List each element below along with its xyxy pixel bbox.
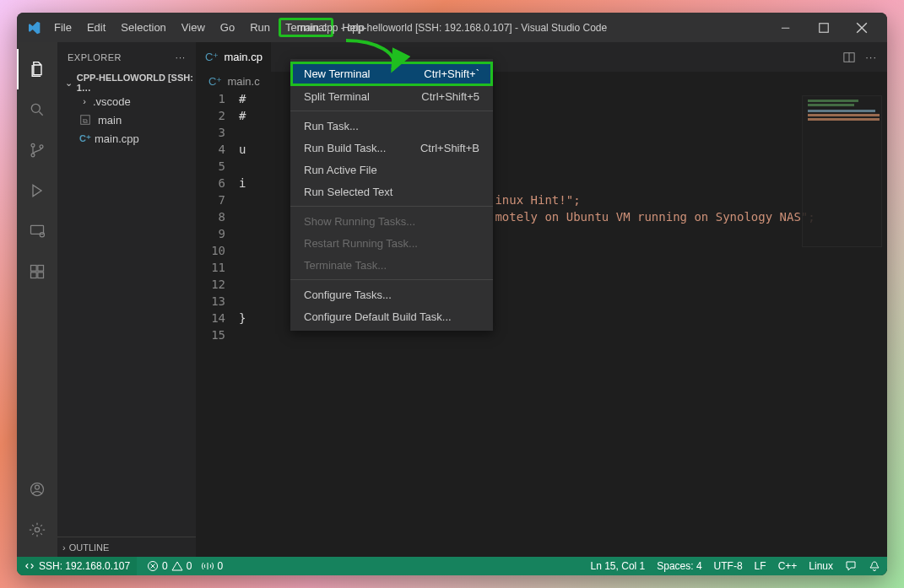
svg-point-12 <box>35 485 40 489</box>
error-icon <box>147 560 159 572</box>
remote-icon <box>24 560 35 572</box>
chevron-right-icon: › <box>79 96 89 106</box>
menu-run[interactable]: Run <box>243 18 277 37</box>
menu-item-terminate-task: Terminate Task... <box>290 254 493 276</box>
activity-search[interactable] <box>17 89 57 130</box>
tab-label: main.cp <box>224 51 263 63</box>
outline-section[interactable]: › OUTLINE <box>57 537 196 557</box>
menu-item-run-active-file[interactable]: Run Active File <box>290 159 493 181</box>
remote-label: SSH: 192.168.0.107 <box>39 560 130 572</box>
split-editor-icon[interactable] <box>843 51 855 63</box>
tree-root[interactable]: ⌄ CPP-HELLOWORLD [SSH: 1… <box>57 73 196 92</box>
svg-rect-9 <box>38 272 44 278</box>
feedback-icon[interactable] <box>845 560 857 572</box>
menu-file[interactable]: File <box>47 18 78 37</box>
chevron-down-icon: ⌄ <box>64 78 73 89</box>
menu-separator <box>290 111 493 111</box>
terminal-dropdown-menu: New TerminalCtrl+Shift+`Split TerminalCt… <box>290 59 493 331</box>
activity-extensions[interactable] <box>17 251 57 292</box>
minimize-button[interactable]: ─ <box>766 13 804 42</box>
activity-settings[interactable] <box>17 510 57 550</box>
tree-folder-vscode[interactable]: › .vscode <box>57 92 196 111</box>
activity-explorer[interactable] <box>17 49 57 89</box>
menu-item-show-running-tasks: Show Running Tasks... <box>290 210 493 232</box>
indentation[interactable]: Spaces: 4 <box>657 560 701 572</box>
menu-item-run-selected-text[interactable]: Run Selected Text <box>290 181 493 202</box>
menu-item-restart-running-task: Restart Running Task... <box>290 232 493 254</box>
menu-separator <box>290 206 493 207</box>
explorer-tree: ⌄ CPP-HELLOWORLD [SSH: 1… › .vscode ⧉ ma… <box>57 72 196 537</box>
git-branch-icon <box>29 142 46 159</box>
menu-item-label: Configure Default Build Task... <box>304 310 452 323</box>
files-icon <box>29 61 46 78</box>
menu-item-run-task[interactable]: Run Task... <box>290 115 493 137</box>
remote-indicator[interactable]: SSH: 192.168.0.107 <box>17 557 137 575</box>
titlebar: FileEditSelectionViewGoRunTerminalHelp m… <box>17 13 887 42</box>
chevron-right-icon: › <box>62 542 66 553</box>
menu-view[interactable]: View <box>175 18 212 37</box>
notifications-icon[interactable] <box>869 560 880 572</box>
activity-account[interactable] <box>17 469 57 510</box>
radio-count: 0 <box>217 560 223 572</box>
encoding[interactable]: UTF-8 <box>714 560 743 572</box>
menu-item-shortcut: Ctrl+Shift+5 <box>421 90 479 103</box>
menu-item-new-terminal[interactable]: New TerminalCtrl+Shift+` <box>290 62 493 86</box>
maximize-button[interactable] <box>804 13 842 42</box>
close-button[interactable] <box>842 13 880 42</box>
menu-separator <box>290 279 493 280</box>
window-controls: ─ <box>766 13 880 42</box>
tree-item-label: main <box>98 114 122 127</box>
activity-remote-explorer[interactable] <box>17 211 57 251</box>
svg-text:⧉: ⧉ <box>83 117 88 125</box>
play-bug-icon <box>29 182 46 199</box>
minimap[interactable] <box>802 95 882 247</box>
menu-item-label: Configure Tasks... <box>304 289 392 301</box>
sidebar-title: EXPLORER <box>68 52 122 62</box>
menu-item-configure-tasks[interactable]: Configure Tasks... <box>290 283 493 305</box>
eol[interactable]: LF <box>755 560 766 572</box>
cpp-file-icon: C⁺ <box>205 51 219 63</box>
svg-point-2 <box>31 143 35 147</box>
svg-rect-8 <box>31 272 37 278</box>
language-mode[interactable]: C++ <box>778 560 798 572</box>
tab-main-cpp[interactable]: C⁺ main.cp <box>197 42 272 72</box>
statusbar: SSH: 192.168.0.107 0 0 0 Ln 15, Col 1 Sp… <box>17 557 887 575</box>
problems-indicator[interactable]: 0 0 <box>147 560 192 572</box>
menu-selection[interactable]: Selection <box>114 18 172 37</box>
warning-icon <box>171 560 183 572</box>
activity-run-debug[interactable] <box>17 170 57 211</box>
search-icon <box>29 101 46 118</box>
menu-edit[interactable]: Edit <box>80 18 112 37</box>
window-title: main.cpp - cpp-helloworld [SSH: 192.168.… <box>297 22 607 34</box>
activity-source-control[interactable] <box>17 130 57 170</box>
cpp-file-icon: C⁺ <box>208 75 222 88</box>
tree-file-main[interactable]: ⧉ main <box>57 111 196 129</box>
editor-more-icon[interactable]: ··· <box>865 51 877 63</box>
os-indicator[interactable]: Linux <box>809 560 833 572</box>
vscode-window: FileEditSelectionViewGoRunTerminalHelp m… <box>17 13 887 575</box>
svg-point-3 <box>31 154 35 157</box>
svg-point-13 <box>35 527 39 531</box>
menu-item-split-terminal[interactable]: Split TerminalCtrl+Shift+5 <box>290 85 493 107</box>
svg-point-6 <box>40 233 44 237</box>
menu-item-label: Run Task... <box>304 120 359 132</box>
radio-indicator[interactable]: 0 <box>202 560 223 572</box>
menu-item-label: Run Active File <box>304 164 377 176</box>
tree-file-main-cpp[interactable]: C⁺ main.cpp <box>57 129 196 148</box>
binary-file-icon: ⧉ <box>79 114 91 126</box>
menu-item-shortcut: Ctrl+Shift+` <box>424 67 479 80</box>
activity-bar <box>17 42 57 557</box>
menu-item-configure-default-build-task[interactable]: Configure Default Build Task... <box>290 305 493 327</box>
svg-rect-10 <box>38 266 44 272</box>
menu-item-label: New Terminal <box>304 67 371 80</box>
svg-point-1 <box>31 104 40 112</box>
cursor-position[interactable]: Ln 15, Col 1 <box>591 560 646 572</box>
menu-item-run-build-task[interactable]: Run Build Task...Ctrl+Shift+B <box>290 137 493 159</box>
sidebar-more-icon[interactable]: ··· <box>176 52 186 62</box>
outline-label: OUTLINE <box>69 542 110 553</box>
gear-icon <box>29 521 46 538</box>
radio-tower-icon <box>202 560 214 572</box>
menu-item-label: Show Running Tasks... <box>304 215 415 228</box>
menu-go[interactable]: Go <box>214 18 241 37</box>
error-count: 0 <box>162 560 168 572</box>
